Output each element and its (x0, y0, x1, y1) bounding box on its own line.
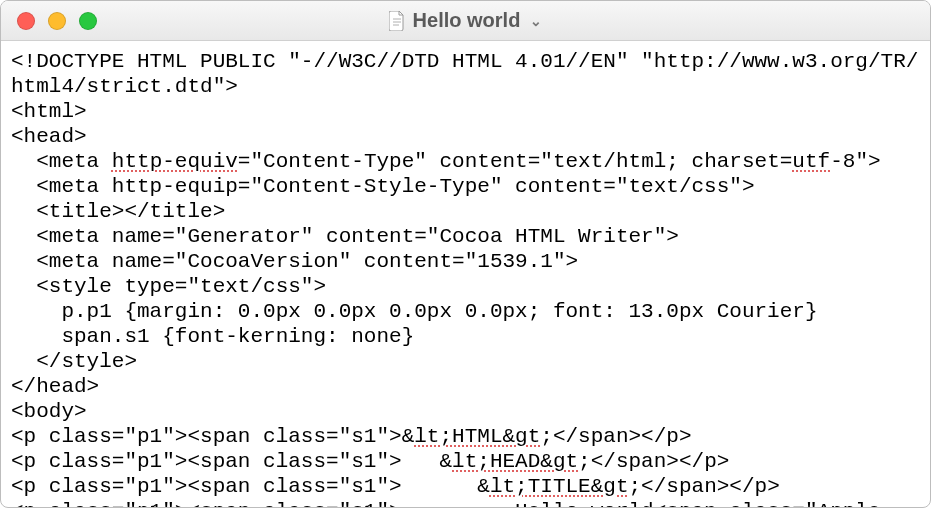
code-line[interactable]: <head> (11, 124, 920, 149)
code-text: -8"> (830, 150, 880, 173)
title-area[interactable]: Hello world ⌄ (389, 9, 543, 32)
code-line[interactable]: <p class="p1"><span class="s1">&lt;HTML&… (11, 424, 920, 449)
code-line[interactable]: span.s1 {font-kerning: none} (11, 324, 920, 349)
code-text: ;</span></p> (629, 475, 780, 498)
code-text: ="Content-Type" content="text/html; char… (238, 150, 793, 173)
code-text: <body> (11, 400, 87, 423)
code-line[interactable]: <p class="p1"><span class="s1"> &lt;HEAD… (11, 449, 920, 474)
code-line[interactable]: </style> (11, 349, 920, 374)
code-text: p.p1 {margin: 0.0px 0.0px 0.0px 0.0px; f… (11, 300, 818, 323)
code-text: <title></title> (11, 200, 225, 223)
code-line[interactable]: <title></title> (11, 199, 920, 224)
code-line[interactable]: html4/strict.dtd"> (11, 74, 920, 99)
code-text: <p class="p1"><span class="s1">& (11, 425, 414, 448)
code-editor[interactable]: <!DOCTYPE HTML PUBLIC "-//W3C//DTD HTML … (1, 41, 930, 507)
code-line[interactable]: <p class="p1"><span class="s1"> Hello wo… (11, 499, 920, 507)
code-text: <meta http-equip="Content-Style-Type" co… (11, 175, 755, 198)
code-text: <meta name="CocoaVersion" content="1539.… (11, 250, 578, 273)
code-text: <html> (11, 100, 87, 123)
close-button[interactable] (17, 12, 35, 30)
titlebar[interactable]: Hello world ⌄ (1, 1, 930, 41)
code-text: <p class="p1"><span class="s1"> & (11, 450, 452, 473)
spellcheck-span: utf (792, 150, 830, 173)
code-text: <meta (11, 150, 112, 173)
spellcheck-span: lt;HEAD&gt (452, 450, 578, 473)
spellcheck-span: lt;TITLE&gt (490, 475, 629, 498)
code-text: <meta name="Generator" content="Cocoa HT… (11, 225, 679, 248)
code-line[interactable]: <!DOCTYPE HTML PUBLIC "-//W3C//DTD HTML … (11, 49, 920, 74)
code-text: ;</span></p> (578, 450, 729, 473)
maximize-button[interactable] (79, 12, 97, 30)
code-text: <!DOCTYPE HTML PUBLIC "-//W3C//DTD HTML … (11, 50, 918, 73)
spellcheck-span: lt;HTML&gt (414, 425, 540, 448)
code-line[interactable]: <meta name="CocoaVersion" content="1539.… (11, 249, 920, 274)
code-text: ;</span></p> (540, 425, 691, 448)
code-text: span.s1 {font-kerning: none} (11, 325, 414, 348)
chevron-down-icon[interactable]: ⌄ (530, 13, 542, 29)
code-line[interactable]: <body> (11, 399, 920, 424)
document-icon (389, 11, 405, 31)
window-title: Hello world (413, 9, 521, 32)
code-line[interactable]: p.p1 {margin: 0.0px 0.0px 0.0px 0.0px; f… (11, 299, 920, 324)
code-line[interactable]: </head> (11, 374, 920, 399)
spellcheck-span: http-equiv (112, 150, 238, 173)
code-text: <p class="p1"><span class="s1"> & (11, 475, 490, 498)
code-line[interactable]: <meta name="Generator" content="Cocoa HT… (11, 224, 920, 249)
minimize-button[interactable] (48, 12, 66, 30)
editor-window: Hello world ⌄ <!DOCTYPE HTML PUBLIC "-//… (0, 0, 931, 508)
code-text: <head> (11, 125, 87, 148)
code-text: </head> (11, 375, 99, 398)
code-line[interactable]: <style type="text/css"> (11, 274, 920, 299)
code-text: </style> (11, 350, 137, 373)
code-line[interactable]: <meta http-equip="Content-Style-Type" co… (11, 174, 920, 199)
code-line[interactable]: <html> (11, 99, 920, 124)
code-line[interactable]: <p class="p1"><span class="s1"> &lt;TITL… (11, 474, 920, 499)
code-text: <style type="text/css"> (11, 275, 326, 298)
code-line[interactable]: <meta http-equiv="Content-Type" content=… (11, 149, 920, 174)
code-text: html4/strict.dtd"> (11, 75, 238, 98)
traffic-lights (17, 12, 97, 30)
code-text: <p class="p1"><span class="s1"> Hello wo… (11, 500, 893, 507)
